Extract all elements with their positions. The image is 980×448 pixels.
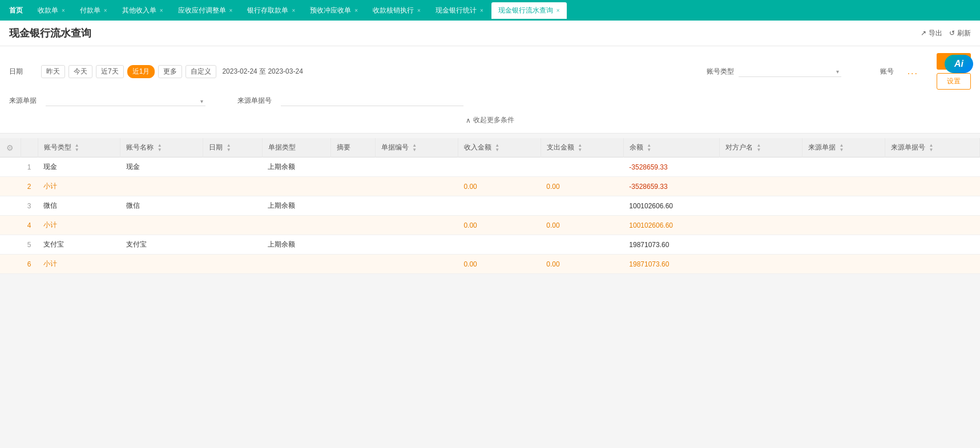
account-dots-button[interactable]: ... — [908, 66, 918, 76]
nav-tab-ar-ap-adjust[interactable]: 应收应付调整单 × — [171, 2, 240, 19]
col-balance[interactable]: 余额 ▲▼ — [623, 138, 719, 158]
col-counterpart[interactable]: 对方户名 ▲▼ — [720, 138, 802, 158]
row-gear — [0, 177, 21, 196]
table-header-row: ⚙ 账号类型 ▲▼ 账号名称 ▲▼ 日期 ▲▼ 单据类型 — [0, 138, 980, 158]
close-icon[interactable]: × — [480, 7, 483, 14]
date-more[interactable]: 更多 — [158, 65, 182, 78]
nav-tab-cash-bank-flow[interactable]: 现金银行流水查询 × — [491, 2, 567, 19]
col-summary: 摘要 — [330, 138, 375, 158]
row-gear — [0, 255, 21, 274]
nav-home[interactable]: 首页 — [2, 2, 30, 19]
row-balance: 19871073.60 — [623, 235, 719, 255]
col-source-doc-no[interactable]: 来源单据号 ▲▼ — [885, 138, 980, 158]
col-date[interactable]: 日期 ▲▼ — [203, 138, 262, 158]
row-gear — [0, 216, 21, 235]
row-balance: 100102606.60 — [623, 216, 719, 235]
row-counterpart — [720, 235, 802, 255]
sort-arrows: ▲▼ — [647, 143, 651, 152]
export-button[interactable]: ↗ 导出 — [921, 29, 942, 38]
date-options: 昨天 今天 近7天 近1月 更多 自定义 2023-02-24 至 2023-0… — [41, 65, 303, 78]
date-7days[interactable]: 近7天 — [96, 65, 124, 78]
nav-tab-bank-deposit[interactable]: 银行存取款单 × — [240, 2, 302, 19]
close-icon[interactable]: × — [556, 7, 560, 14]
close-icon[interactable]: × — [354, 7, 358, 14]
nav-tab-payments[interactable]: 付款单 × — [73, 2, 114, 19]
date-custom[interactable]: 自定义 — [185, 65, 216, 78]
close-icon[interactable]: × — [229, 7, 233, 14]
close-icon[interactable]: × — [417, 7, 421, 14]
ai-badge[interactable]: Ai — [945, 55, 973, 73]
date-label: 日期 — [9, 67, 32, 76]
row-account-name: 现金 — [120, 158, 203, 177]
row-counterpart — [720, 255, 802, 274]
col-gear[interactable]: ⚙ — [0, 138, 21, 158]
close-icon[interactable]: × — [62, 7, 65, 14]
table-row: 4 小计 0.00 0.00 100102606.60 — [0, 216, 980, 235]
settings-button[interactable]: 设置 — [937, 73, 971, 90]
top-nav: 首页 收款单 × 付款单 × 其他收入单 × 应收应付调整单 × 银行存取款单 … — [0, 0, 980, 21]
source-doc-no-input[interactable] — [281, 95, 463, 106]
row-index: 1 — [21, 158, 38, 177]
row-counterpart — [720, 177, 802, 196]
sort-arrows: ▲▼ — [412, 143, 417, 152]
nav-tab-other-income[interactable]: 其他收入单 × — [115, 2, 170, 19]
nav-tab-cash-bank-stats[interactable]: 现金银行统计 × — [429, 2, 490, 19]
row-index: 2 — [21, 177, 38, 196]
row-account-type: 小计 — [38, 177, 120, 196]
row-index: 4 — [21, 216, 38, 235]
row-income — [458, 196, 541, 216]
nav-tab-receipt-verify[interactable]: 收款核销执行 × — [366, 2, 428, 19]
table-container: ⚙ 账号类型 ▲▼ 账号名称 ▲▼ 日期 ▲▼ 单据类型 — [0, 138, 980, 274]
nav-tab-receipts[interactable]: 收款单 × — [31, 2, 72, 19]
row-doc-type — [262, 216, 330, 235]
refresh-button[interactable]: ↺ 刷新 — [949, 29, 971, 38]
col-account-type[interactable]: 账号类型 ▲▼ — [38, 138, 120, 158]
col-source-doc[interactable]: 来源单据 ▲▼ — [802, 138, 885, 158]
col-account-name[interactable]: 账号名称 ▲▼ — [120, 138, 203, 158]
row-doc-no — [375, 216, 458, 235]
close-icon[interactable]: × — [160, 7, 163, 14]
date-1month[interactable]: 近1月 — [127, 65, 155, 78]
export-icon: ↗ — [921, 29, 926, 37]
row-doc-type: 上期余额 — [262, 235, 330, 255]
account-type-label: 账号类型 — [707, 67, 734, 76]
account-type-select[interactable] — [739, 66, 841, 77]
row-source-doc — [802, 177, 885, 196]
close-icon[interactable]: × — [104, 7, 107, 14]
close-icon[interactable]: × — [292, 7, 295, 14]
gear-icon[interactable]: ⚙ — [6, 143, 14, 152]
col-doc-no[interactable]: 单据编号 ▲▼ — [375, 138, 458, 158]
sort-arrows: ▲▼ — [839, 143, 844, 152]
row-counterpart — [720, 158, 802, 177]
row-source-doc — [802, 216, 885, 235]
row-counterpart — [720, 216, 802, 235]
collapse-bar[interactable]: ∧ 收起更多条件 — [9, 112, 971, 126]
source-doc-select-wrapper — [46, 95, 205, 106]
row-gear — [0, 196, 21, 216]
row-date — [203, 235, 262, 255]
filter-bar: 日期 昨天 今天 近7天 近1月 更多 自定义 2023-02-24 至 202… — [0, 46, 980, 134]
row-source-doc-no — [885, 255, 980, 274]
row-income — [458, 158, 541, 177]
row-account-type: 支付宝 — [38, 235, 120, 255]
row-doc-no — [375, 196, 458, 216]
date-yesterday[interactable]: 昨天 — [41, 65, 65, 78]
row-income: 0.00 — [458, 216, 541, 235]
row-expense — [541, 235, 623, 255]
col-expense[interactable]: 支出金额 ▲▼ — [541, 138, 623, 158]
row-account-name: 微信 — [120, 196, 203, 216]
nav-tab-prepay-offset[interactable]: 预收冲应收单 × — [303, 2, 365, 19]
row-income: 0.00 — [458, 177, 541, 196]
col-doc-type: 单据类型 — [262, 138, 330, 158]
col-income[interactable]: 收入金额 ▲▼ — [458, 138, 541, 158]
row-source-doc — [802, 158, 885, 177]
row-date — [203, 158, 262, 177]
row-balance: 100102606.60 — [623, 196, 719, 216]
chevron-up-icon: ∧ — [466, 116, 471, 124]
row-doc-type — [262, 255, 330, 274]
table-row: 5 支付宝 支付宝 上期余额 19871073.60 — [0, 235, 980, 255]
date-today[interactable]: 今天 — [68, 65, 92, 78]
row-date — [203, 196, 262, 216]
header-actions: ↗ 导出 ↺ 刷新 — [921, 29, 971, 38]
source-doc-select[interactable] — [46, 95, 205, 106]
